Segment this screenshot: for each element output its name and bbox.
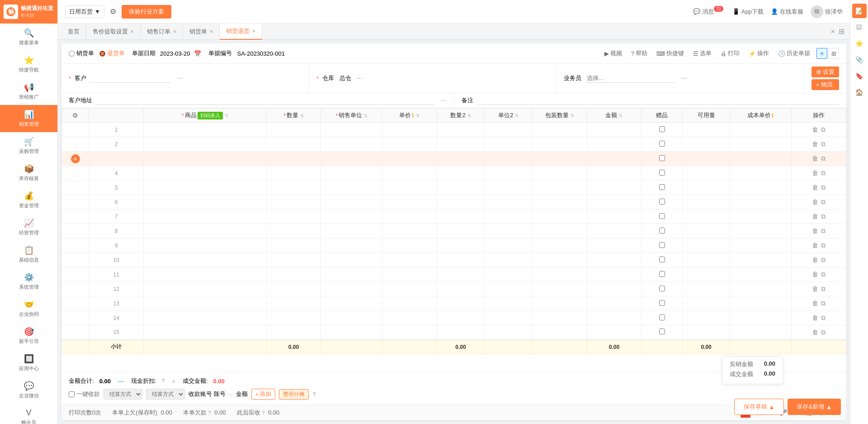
sidebar-item-apps[interactable]: 🔲 应用中心 — [0, 349, 57, 376]
history-btn[interactable]: 🕒 历史单据 — [775, 48, 813, 58]
right-panel-note-btn[interactable]: 📝 — [852, 4, 867, 18]
gift-checkbox-1[interactable] — [659, 126, 665, 132]
copy-icon[interactable]: ⧉ — [821, 242, 826, 249]
sidebar-item-inventory[interactable]: 📦 库存核算 — [0, 159, 57, 186]
row-gift-1[interactable] — [642, 123, 683, 137]
hotkey-btn[interactable]: ⌨ 快捷键 — [654, 48, 687, 58]
calendar-icon[interactable]: 📅 — [194, 50, 201, 57]
row-qty2-2[interactable] — [437, 137, 485, 152]
customer-picker-icon[interactable]: ··· — [177, 74, 183, 82]
column-settings-icon[interactable]: ⚙ — [72, 112, 78, 119]
help-btn[interactable]: ? 帮助 — [628, 48, 650, 58]
sidebar-item-system[interactable]: ⚙️ 系统管理 — [0, 268, 57, 295]
right-panel-star-btn[interactable]: ⭐ — [852, 36, 867, 51]
video-btn[interactable]: ▶ 视频 — [602, 48, 625, 58]
product-input-active[interactable] — [146, 155, 264, 162]
copy-icon[interactable]: ⧉ — [821, 213, 826, 220]
copy-icon[interactable]: ⧉ — [821, 169, 826, 177]
sidebar-item-purchase[interactable]: 🛒 采购管理 — [0, 132, 57, 159]
scan-btn[interactable]: 扫码录入 — [198, 112, 223, 119]
delete-icon[interactable]: 🗑 — [812, 271, 818, 278]
row-qty2-1[interactable] — [437, 123, 485, 137]
tab-home[interactable]: 首页 — [61, 24, 86, 40]
row-product-2[interactable] — [144, 137, 267, 152]
salesperson-picker-icon[interactable]: ··· — [681, 74, 687, 82]
price-sort-icon[interactable]: ⇅ — [416, 113, 420, 118]
delete-row-1-icon[interactable]: 🗑 — [812, 126, 818, 133]
row-cost-1[interactable] — [730, 123, 792, 137]
right-panel-clip-btn[interactable]: 📎 — [852, 52, 867, 67]
radio-return[interactable]: 退货单 — [99, 49, 125, 57]
copy-row-1-icon[interactable]: ⧉ — [821, 126, 826, 133]
copy-icon[interactable]: ⧉ — [821, 285, 826, 293]
copy-icon[interactable]: ⧉ — [821, 184, 826, 191]
save-draft-btn[interactable]: 保存草稿 ▲ — [734, 399, 784, 415]
add-row-btn[interactable]: + — [71, 154, 80, 163]
payment-method-select[interactable]: 结算方式 — [104, 389, 142, 400]
row-available-1[interactable] — [682, 123, 730, 137]
settings-btn[interactable]: ⚙ 设置 — [811, 67, 839, 77]
delete-icon[interactable]: 🗑 — [812, 169, 818, 177]
row-qty2-3[interactable] — [437, 152, 485, 166]
sidebar-item-member[interactable]: V 畅会员 — [0, 404, 57, 424]
qty2-sort-icon[interactable]: ⇅ — [467, 113, 471, 118]
industry-selector[interactable]: 日用百货 ▼ — [65, 5, 104, 18]
sidebar-item-enterprise[interactable]: 🤝 企业协同 — [0, 295, 57, 322]
row-cost-3[interactable] — [730, 152, 792, 166]
sidebar-item-finance[interactable]: 💰 资金管理 — [0, 186, 57, 214]
row-qty-1[interactable] — [266, 123, 321, 137]
product-sort-icon[interactable]: ⇅ — [225, 113, 228, 118]
online-service-btn[interactable]: 👤 在线客服 — [771, 8, 803, 16]
tab-sales-delivery[interactable]: 销货单 × — [183, 24, 220, 40]
row-available-3[interactable] — [682, 152, 730, 166]
gift-checkbox-3[interactable] — [659, 155, 665, 161]
account-picker-icon[interactable]: ··· — [227, 391, 232, 398]
one-key-pay-input[interactable] — [69, 391, 75, 397]
row-pack-3[interactable] — [532, 152, 587, 166]
delete-row-2-icon[interactable]: 🗑 — [812, 140, 818, 148]
message-btn[interactable]: 💬 消息 70 — [693, 8, 725, 16]
right-panel-check-btn[interactable]: ☑ — [852, 20, 867, 34]
copy-row-3-icon[interactable]: ⧉ — [821, 155, 826, 162]
row-amount-3[interactable] — [587, 152, 642, 166]
row-available-2[interactable] — [682, 137, 730, 152]
sidebar-item-wechat[interactable]: 💬 企业微信 — [0, 376, 57, 404]
row-unit2-1[interactable] — [485, 123, 533, 137]
radio-sales-input[interactable] — [69, 51, 75, 57]
user-profile-btn[interactable]: 徐 徐泽华 — [811, 5, 843, 18]
pack-sort-icon[interactable]: ⇅ — [571, 113, 574, 118]
close-all-tabs-icon[interactable]: × — [829, 26, 837, 38]
delete-icon[interactable]: 🗑 — [812, 300, 818, 307]
row-unit-3[interactable] — [321, 152, 382, 166]
row-qty-2[interactable] — [266, 137, 321, 152]
delete-row-3-icon[interactable]: 🗑 — [812, 155, 818, 162]
grid-view-btn[interactable]: ⊞ — [828, 48, 839, 59]
sidebar-item-search[interactable]: 🔍 搜索菜单 — [0, 24, 57, 51]
delete-icon[interactable]: 🗑 — [812, 198, 818, 206]
tab-price-close[interactable]: × — [131, 29, 134, 35]
delete-icon[interactable]: 🗑 — [812, 329, 818, 336]
add-fee-btn[interactable]: + 添加 — [251, 389, 276, 400]
sidebar-item-guide[interactable]: 🎯 新手引导 — [0, 322, 57, 349]
save-new-btn[interactable]: 保存&新增 ▲ — [788, 399, 841, 415]
address-input[interactable] — [96, 96, 435, 105]
select-btn[interactable]: ☰ 选单 — [690, 48, 714, 58]
fee-split-btn[interactable]: 费用分摊 — [279, 389, 309, 400]
row-amount-1[interactable] — [587, 123, 642, 137]
delete-icon[interactable]: 🗑 — [812, 242, 818, 249]
delete-icon[interactable]: 🗑 — [812, 314, 818, 322]
row-price-1[interactable] — [382, 123, 437, 137]
sidebar-item-marketing[interactable]: 📢 营销推广 — [0, 78, 57, 105]
one-key-pay-checkbox[interactable]: 一键收款 — [69, 390, 100, 398]
row-gift-2[interactable] — [642, 137, 683, 152]
radio-sales[interactable]: 销货单 — [69, 49, 94, 57]
amount-sort-icon[interactable]: ⇅ — [619, 113, 623, 118]
copy-icon[interactable]: ⧉ — [821, 314, 826, 322]
qty-sort-icon[interactable]: ⇅ — [300, 113, 304, 118]
copy-icon[interactable]: ⧉ — [821, 329, 826, 336]
sidebar-item-shortcut[interactable]: ⭐ 快捷导航 — [0, 51, 57, 78]
unit2-sort-icon[interactable]: ⇅ — [515, 113, 519, 118]
delete-icon[interactable]: 🗑 — [812, 285, 818, 293]
sidebar-item-operation[interactable]: 📈 经营管理 — [0, 214, 57, 241]
delete-icon[interactable]: 🗑 — [812, 213, 818, 220]
